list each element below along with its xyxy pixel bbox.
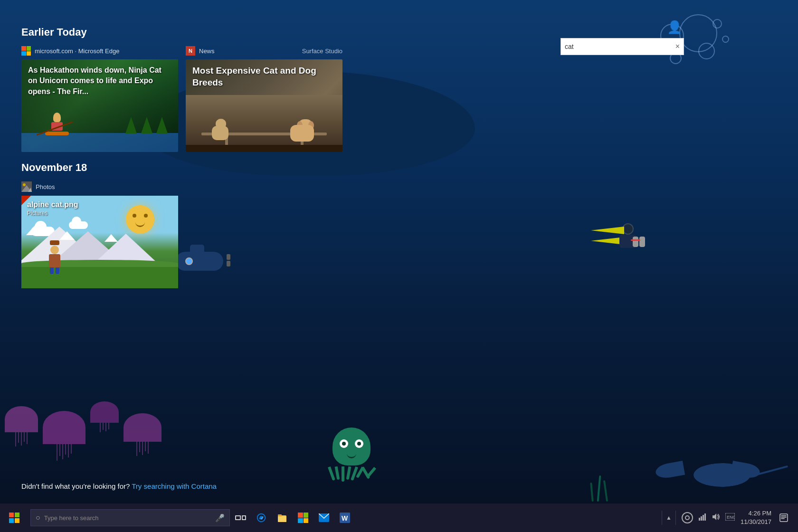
show-hidden-icons-button[interactable]: ▲ <box>666 514 672 521</box>
taskbar-mic-icon[interactable]: 🎤 <box>215 513 225 522</box>
word-taskbar-icon[interactable]: W <box>334 504 355 532</box>
network-icon[interactable] <box>697 511 708 524</box>
november-section: November 18 Photos <box>21 162 178 288</box>
svg-rect-13 <box>704 513 706 521</box>
cortana-connect-icon[interactable] <box>680 510 695 525</box>
svg-rect-6 <box>278 514 282 516</box>
tray-divider <box>662 511 662 525</box>
alpine-cat-card[interactable]: alpine cat.png Pictures <box>21 196 178 288</box>
taskbar-search-placeholder: Type here to search <box>44 514 211 522</box>
news-card-app-label: News <box>199 48 215 55</box>
taskbar-date: 11/30/2017 <box>741 518 771 526</box>
task-view-button[interactable] <box>230 504 251 532</box>
news-article-title: Most Expensive Cat and Dog Breeds <box>192 65 336 88</box>
task-view-icon <box>235 515 246 520</box>
taskbar-system-tray: ▲ <box>660 504 798 532</box>
taskbar-time: 4:26 PM <box>741 509 771 518</box>
windows-logo-icon <box>9 513 19 523</box>
surface-studio-label: Surface Studio <box>302 48 342 55</box>
news-article-card[interactable]: Most Expensive Cat and Dog Breeds <box>186 59 342 152</box>
timeline-search-input[interactable] <box>565 43 675 50</box>
cortana-link[interactable]: Try searching with Cortana <box>132 482 217 490</box>
svg-text:ENG: ENG <box>727 515 735 520</box>
edge-article-card[interactable]: As Hackathon winds down, Ninja Cat on Un… <box>21 59 178 152</box>
search-clear-button[interactable]: × <box>675 42 680 51</box>
november-heading: November 18 <box>21 162 178 174</box>
mail-icon <box>319 513 329 522</box>
edge-card-app-label: microsoft.com · Microsoft Edge <box>35 48 119 55</box>
alpine-filename: alpine cat.png <box>27 200 78 209</box>
photos-app-icon <box>21 181 32 192</box>
svg-rect-10 <box>699 518 700 521</box>
alpine-person <box>45 241 64 269</box>
not-found-text: Didn't find what you're looking for? <box>21 482 130 490</box>
edge-taskbar-icon[interactable] <box>251 504 272 532</box>
svg-rect-12 <box>703 515 704 521</box>
edge-card-wrapper: microsoft.com · Microsoft Edge As Hackat… <box>21 46 178 152</box>
store-icon <box>298 513 308 523</box>
start-button[interactable] <box>0 504 28 532</box>
photos-app-label: Photos <box>36 183 55 190</box>
word-icon: W <box>340 513 350 523</box>
language-icon[interactable]: ENG <box>723 511 737 524</box>
earlier-today-section: Earlier Today microsoft.com · Microsoft … <box>21 26 342 152</box>
svg-marker-14 <box>712 513 716 520</box>
earlier-today-heading: Earlier Today <box>21 26 342 38</box>
taskbar: ○ Type here to search 🎤 <box>0 504 798 532</box>
svg-text:W: W <box>342 514 348 522</box>
tray-divider2 <box>675 511 676 525</box>
svg-rect-17 <box>780 514 788 522</box>
alpine-location: Pictures <box>27 210 78 217</box>
store-taskbar-icon[interactable] <box>293 504 314 532</box>
mail-taskbar-icon[interactable] <box>314 504 334 532</box>
svg-rect-19 <box>781 517 787 518</box>
svg-point-3 <box>23 183 26 186</box>
volume-icon[interactable] <box>710 511 722 524</box>
news-app-icon: N <box>186 46 195 56</box>
svg-rect-5 <box>278 516 286 522</box>
edge-browser-icon <box>256 513 266 523</box>
taskbar-search-icon: ○ <box>36 513 40 522</box>
file-explorer-taskbar-icon[interactable] <box>272 504 293 532</box>
main-content: × Earlier Today microsoft.com · Microsof… <box>0 0 798 532</box>
edge-article-title: As Hackathon winds down, Ninja Cat on Un… <box>28 65 171 97</box>
edge-card-header: microsoft.com · Microsoft Edge <box>21 46 178 56</box>
file-explorer-icon <box>277 513 287 523</box>
microsoft-logo-icon <box>21 46 31 56</box>
cards-row: microsoft.com · Microsoft Edge As Hackat… <box>21 46 342 152</box>
timeline-search-box[interactable]: × <box>560 38 684 55</box>
photos-app-header: Photos <box>21 181 178 192</box>
news-card-header: N News Surface Studio <box>186 46 342 56</box>
not-found-message: Didn't find what you're looking for? Try… <box>21 482 217 490</box>
taskbar-search-bar[interactable]: ○ Type here to search 🎤 <box>30 509 230 526</box>
alpine-card-text: alpine cat.png Pictures <box>27 200 78 217</box>
svg-rect-11 <box>701 516 702 521</box>
svg-rect-20 <box>781 518 785 519</box>
taskbar-clock[interactable]: 4:26 PM 11/30/2017 <box>739 507 773 528</box>
svg-rect-18 <box>781 515 787 516</box>
news-card-wrapper: N News Surface Studio Most Expensive Cat… <box>186 46 342 152</box>
action-center-button[interactable] <box>775 504 792 532</box>
